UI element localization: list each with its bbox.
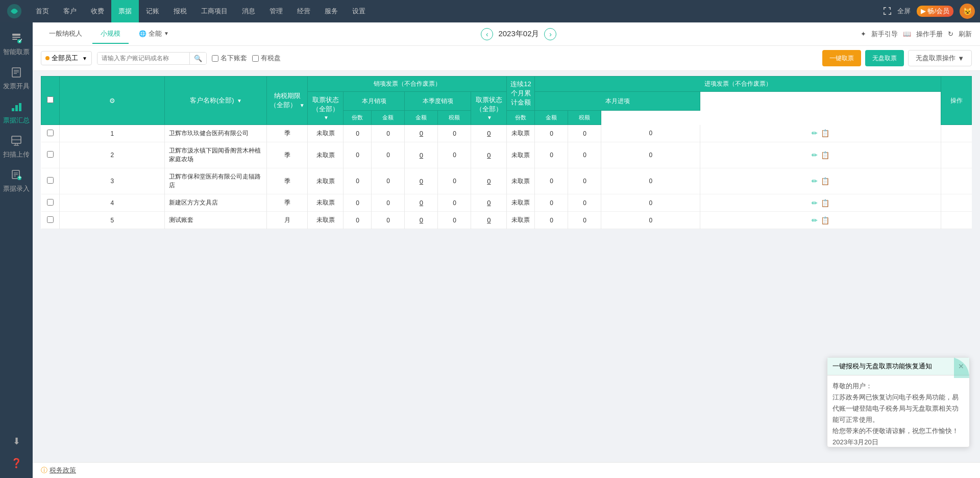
row-income-month-count: 0: [535, 194, 568, 212]
row-checkbox[interactable]: [47, 130, 54, 136]
nav-tax[interactable]: 报税: [166, 0, 194, 22]
row-customer: 测试账套: [165, 212, 267, 229]
no-disk-ops-btn[interactable]: 无盘取票操作 ▼: [908, 50, 972, 66]
fullscreen-label[interactable]: 全屏: [897, 7, 911, 16]
nav-menu: 首页 客户 收费 票据 记账 报税 工商项目 消息 管理 经营 服务 设置: [29, 0, 883, 22]
search-button[interactable]: 🔍: [189, 53, 206, 64]
row-checkbox[interactable]: [47, 199, 54, 206]
row-edit-btn[interactable]: ✏: [812, 129, 818, 137]
table-body: 1 卫辉市玖玖健合医药有限公司 季 未取票 0 0 0 0 0 未取票 0 0 …: [41, 125, 972, 229]
fullscreen-btn[interactable]: [883, 7, 891, 16]
sidebar-item-invoice-entry[interactable]: + 票据录入: [0, 164, 33, 198]
account-checkbox-label[interactable]: 名下账套: [212, 54, 247, 63]
row-ops: ✏ 📋: [700, 125, 941, 142]
tab-general-label: 一般纳税人: [49, 29, 82, 38]
tax-policy-link[interactable]: 税务政策: [50, 466, 76, 475]
one-key-ticket-btn[interactable]: 一键取票: [822, 50, 861, 66]
tax-disk-checkbox-label[interactable]: 有税盘: [252, 54, 281, 63]
row-sales-month-amount: 0: [372, 212, 405, 229]
vip-icon: ▶: [921, 7, 926, 15]
period-filter-icon[interactable]: ▼: [300, 103, 305, 108]
row-period: 季: [267, 168, 308, 194]
row-customer: 卫辉市汲水镇下园闻香阁营木种植家庭农场: [165, 142, 267, 168]
sidebar-item-scan-upload[interactable]: 扫描上传: [0, 130, 33, 164]
account-checkbox[interactable]: [212, 55, 218, 62]
notification-title: 一键报税与无盘取票功能恢复通知: [832, 362, 932, 371]
invoice-entry-icon: +: [11, 169, 22, 182]
nav-home[interactable]: 首页: [29, 0, 56, 22]
nav-message[interactable]: 消息: [235, 0, 262, 22]
sidebar-download-btn[interactable]: ⬇: [9, 432, 24, 451]
nav-service[interactable]: 服务: [317, 0, 345, 22]
tab-all[interactable]: 🌐 全能 ▼: [131, 24, 177, 44]
row-sales-month-count: 0: [344, 125, 372, 142]
employee-selector[interactable]: 全部员工 ▼: [41, 51, 92, 65]
sidebar-label-invoice-summary: 票据汇总: [3, 116, 30, 125]
sidebar-item-invoice-issue[interactable]: 发票开具: [0, 62, 33, 96]
row-edit-btn[interactable]: ✏: [812, 216, 818, 224]
chevron-down-icon: ▼: [164, 31, 169, 36]
row-sales-month-amount: 0: [372, 194, 405, 212]
row-edit-btn[interactable]: ✏: [812, 199, 818, 207]
row-view-btn[interactable]: 📋: [821, 151, 829, 159]
row-view-btn[interactable]: 📋: [821, 199, 829, 207]
row-num: 4: [60, 194, 165, 212]
nav-invoice[interactable]: 票据: [111, 0, 139, 22]
notification-popup: 一键报税与无盘取票功能恢复通知 ✕ 尊敬的用户： 江苏政务网已恢复访问电子税务局…: [827, 357, 970, 447]
nav-operation[interactable]: 经营: [290, 0, 317, 22]
sales-status-filter-icon[interactable]: ▼: [324, 115, 329, 120]
nav-business[interactable]: 工商项目: [194, 0, 235, 22]
row-edit-btn[interactable]: ✏: [812, 151, 818, 159]
vip-badge[interactable]: ▶ 畅/会员: [917, 6, 953, 17]
table-row: 1 卫辉市玖玖健合医药有限公司 季 未取票 0 0 0 0 0 未取票 0 0 …: [41, 125, 972, 142]
select-all-checkbox[interactable]: [47, 96, 54, 103]
row-checkbox[interactable]: [47, 151, 54, 158]
row-sales-month-amount: 0: [372, 125, 405, 142]
invoice-table: ⚙ 客户名称(全部) ▼ 纳税期限（全部） ▼ 销项发票（不合作废票） 连续12: [41, 76, 972, 229]
row-income-month-count: 0: [535, 142, 568, 168]
sidebar-item-invoice-summary[interactable]: 票据汇总: [0, 96, 33, 130]
refresh-btn[interactable]: 刷新: [959, 30, 972, 39]
period-next-btn[interactable]: ›: [544, 28, 556, 40]
row-checkbox[interactable]: [47, 216, 54, 223]
tax-disk-checkbox[interactable]: [252, 55, 259, 62]
row-edit-btn[interactable]: ✏: [812, 177, 818, 185]
search-input[interactable]: [97, 53, 189, 64]
sidebar-help-btn[interactable]: ❓: [7, 454, 26, 473]
nav-bookkeeping[interactable]: 记账: [139, 0, 166, 22]
income-status-filter-icon[interactable]: ▼: [487, 115, 492, 120]
nav-customer[interactable]: 客户: [56, 0, 84, 22]
row-income-month-tax: 0: [601, 168, 700, 194]
period-prev-btn[interactable]: ‹: [481, 28, 493, 40]
tab-general-taxpayer[interactable]: 一般纳税人: [41, 24, 90, 44]
row-view-btn[interactable]: 📋: [821, 129, 829, 137]
nav-manage[interactable]: 管理: [262, 0, 290, 22]
invoice-issue-icon: [11, 67, 22, 80]
nav-settings[interactable]: 设置: [345, 0, 373, 22]
sidebar-item-smart-ticket[interactable]: ✓ 智能取票: [0, 28, 33, 62]
row-view-btn[interactable]: 📋: [821, 177, 829, 185]
row-income-month-amount: 0: [568, 212, 601, 229]
row-sales-status: 未取票: [308, 168, 344, 194]
row-cumulative: 0: [471, 194, 507, 212]
svg-rect-11: [15, 105, 18, 111]
operation-manual-btn[interactable]: 操作手册: [916, 30, 943, 39]
svg-rect-3: [12, 39, 17, 40]
row-view-btn[interactable]: 📋: [821, 216, 829, 224]
sidebar-label-invoice-issue: 发票开具: [3, 82, 30, 91]
new-guide-btn[interactable]: 新手引导: [871, 30, 898, 39]
th-sales-status: 取票状态（全部） ▼: [308, 92, 344, 125]
operation-manual-icon: 📖: [903, 30, 911, 38]
row-checkbox[interactable]: [47, 177, 54, 184]
customer-filter-icon[interactable]: ▼: [237, 98, 242, 104]
row-income-status: 未取票: [507, 125, 535, 142]
user-avatar[interactable]: 😺: [960, 4, 975, 19]
no-disk-ticket-btn[interactable]: 无盘取票: [865, 50, 904, 66]
row-sales-status: 未取票: [308, 212, 344, 229]
row-income-month-amount: 0: [568, 168, 601, 194]
nav-billing[interactable]: 收费: [84, 0, 111, 22]
settings-icon[interactable]: ⚙: [109, 97, 115, 105]
row-period: 季: [267, 142, 308, 168]
tab-small-scale[interactable]: 小规模: [92, 24, 129, 44]
th-select-all: [41, 77, 60, 125]
